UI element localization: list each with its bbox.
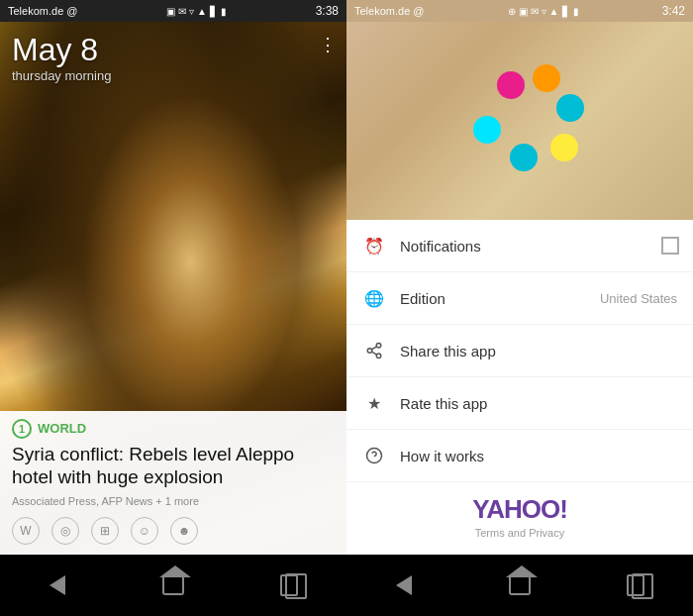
wifi-icon-r: ▲ <box>549 6 559 17</box>
yahoo-footer: YAHOO! Terms and Privacy <box>346 482 693 555</box>
whatsapp-icon: ⊕ <box>508 6 516 17</box>
back-button-left[interactable] <box>40 567 75 603</box>
dot-orange <box>533 64 560 92</box>
category-number: 1 <box>12 419 32 439</box>
news-hero: May 8 thursday morning ⋮ 1 World Syria c… <box>0 22 346 555</box>
category-name: World <box>38 421 86 436</box>
more-options-button[interactable]: ⋮ <box>319 34 337 55</box>
svg-line-4 <box>371 347 376 350</box>
share-icon <box>362 339 386 362</box>
right-screen: Telekom.de @ ⊕ ▣ ✉ ▿ ▲ ▋ ▮ 3:42 <box>346 0 693 555</box>
notifications-checkbox[interactable] <box>661 237 679 255</box>
recents-button-left[interactable] <box>271 567 307 603</box>
menu-item-share[interactable]: Share this app <box>346 325 693 377</box>
home-button-right[interactable] <box>502 567 538 603</box>
share-icon[interactable]: W <box>12 517 40 545</box>
back-icon-right <box>396 575 412 595</box>
home-icon-right <box>509 575 531 595</box>
recents-icon-right <box>627 574 644 596</box>
back-button-right[interactable] <box>386 567 422 603</box>
nav-bar-right <box>346 555 693 616</box>
settings-menu: ⏰ Notifications 🌐 Edition United States <box>346 220 693 555</box>
spinner-dots <box>455 56 584 185</box>
star-icon: ★ <box>362 391 386 415</box>
shield-icon-r: ▿ <box>542 6 546 17</box>
article-source: Associated Press, AFP News + 1 more <box>12 495 335 507</box>
bottom-navigation <box>0 555 693 616</box>
shield-icon: ▿ <box>189 6 194 17</box>
menu-item-rate[interactable]: ★ Rate this app <box>346 377 693 430</box>
signal-icon-r: ▋ <box>562 6 570 17</box>
battery-icon-r: ▮ <box>573 6 579 17</box>
edition-value: United States <box>600 291 677 306</box>
home-button-left[interactable] <box>155 567 191 603</box>
status-bar-left: Telekom.de @ ▣ ✉ ▿ ▲ ▋ ▮ 3:38 <box>0 0 346 22</box>
globe-icon: 🌐 <box>362 286 386 310</box>
battery-icon: ▮ <box>221 6 227 17</box>
date-header: May 8 thursday morning <box>0 22 346 87</box>
yahoo-terms[interactable]: Terms and Privacy <box>475 527 564 539</box>
location-icon[interactable]: ◎ <box>51 517 79 545</box>
svg-point-0 <box>376 344 381 349</box>
rate-label: Rate this app <box>400 395 677 412</box>
emoji-icon[interactable]: ☻ <box>170 517 198 545</box>
category-badge: 1 World <box>12 419 335 439</box>
hero-date: May 8 <box>12 32 335 68</box>
home-icon-left <box>162 575 184 595</box>
svg-line-3 <box>371 352 376 355</box>
gallery-icon[interactable]: ⊞ <box>91 517 119 545</box>
recents-icon-left <box>280 574 298 596</box>
mail-icon: ✉ <box>178 6 186 17</box>
status-icons-left: ▣ ✉ ▿ ▲ ▋ ▮ <box>166 6 227 17</box>
wifi-icon: ▲ <box>197 6 207 17</box>
left-screen: Telekom.de @ ▣ ✉ ▿ ▲ ▋ ▮ 3:38 May 8 thur… <box>0 0 346 555</box>
time-right: 3:42 <box>662 4 685 18</box>
back-icon-left <box>50 575 65 595</box>
dot-yellow <box>550 134 578 161</box>
edition-label: Edition <box>400 290 600 307</box>
article-headline[interactable]: Syria conflict: Rebels level Aleppo hote… <box>12 443 335 490</box>
screenshot-icon: ▣ <box>166 6 175 17</box>
how-label: How it works <box>400 448 677 464</box>
yahoo-logo: YAHOO! <box>472 494 567 525</box>
share-label: Share this app <box>400 343 677 359</box>
dot-pink <box>497 71 525 99</box>
status-icons-right: ⊕ ▣ ✉ ▿ ▲ ▋ ▮ <box>508 6 579 17</box>
carrier-left: Telekom.de @ <box>8 5 77 17</box>
svg-point-1 <box>367 349 372 354</box>
time-left: 3:38 <box>316 4 339 18</box>
svg-point-2 <box>376 354 381 359</box>
signal-icon: ▋ <box>210 6 218 17</box>
menu-item-notifications[interactable]: ⏰ Notifications <box>346 220 693 272</box>
menu-item-edition[interactable]: 🌐 Edition United States <box>346 272 693 325</box>
mail-icon-r: ✉ <box>531 6 539 17</box>
status-bar-right: Telekom.de @ ⊕ ▣ ✉ ▿ ▲ ▋ ▮ 3:42 <box>346 0 693 22</box>
nav-bar-left <box>0 555 346 616</box>
article-overlay: 1 World Syria conflict: Rebels level Ale… <box>0 411 346 556</box>
recents-button-right[interactable] <box>618 567 653 603</box>
yahoo-spinner <box>346 22 693 220</box>
article-action-icons: W ◎ ⊞ ☺ ☻ <box>12 517 335 545</box>
question-icon <box>362 444 386 467</box>
dot-cyan <box>473 116 501 144</box>
dot-teal-bottom <box>510 144 538 171</box>
menu-item-how[interactable]: How it works <box>346 430 693 482</box>
notifications-label: Notifications <box>400 238 677 255</box>
carrier-right: Telekom.de @ <box>354 5 424 17</box>
hero-day-part: thursday morning <box>12 68 335 83</box>
face-icon[interactable]: ☺ <box>131 517 158 545</box>
screenshot-icon-r: ▣ <box>519 6 528 17</box>
dot-teal <box>556 94 584 122</box>
alarm-icon: ⏰ <box>362 234 386 257</box>
